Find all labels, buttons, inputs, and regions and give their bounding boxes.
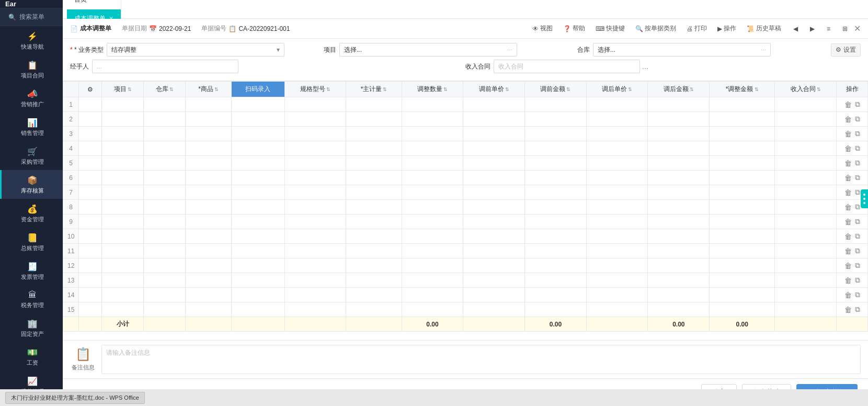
cell-before_price[interactable] [463,215,525,229]
cell-settings[interactable] [79,156,102,171]
copy-btn[interactable]: ⧉ [855,217,860,226]
cell-after_price[interactable] [586,127,648,141]
cell-before_amount[interactable] [525,302,587,317]
cell-settings[interactable] [79,258,102,273]
cell-qty[interactable] [402,229,463,244]
cell-adjust_amount[interactable] [710,127,775,141]
warehouse-select[interactable]: 选择... ··· [593,43,771,57]
sidebar-item-quick-nav[interactable]: ⚡快速导航 [0,26,63,55]
cell-settings[interactable] [79,229,102,244]
cell-after_amount[interactable] [648,273,710,288]
cell-spec[interactable] [284,97,346,112]
delete-btn[interactable]: 🗑 [844,174,852,182]
cell-after_amount[interactable] [648,244,710,258]
sidebar-item-ledger[interactable]: 📒总账管理 [0,228,63,256]
cell-scan[interactable] [231,302,284,317]
table-row[interactable]: 10🗑⧉ [63,229,868,244]
cell-project[interactable] [102,302,144,317]
cell-after_amount[interactable] [648,141,710,156]
cell-project[interactable] [102,273,144,288]
cell-unit[interactable] [346,258,402,273]
notes-input[interactable] [101,345,861,374]
cell-action[interactable]: 🗑⧉ [837,127,868,141]
cell-adjust_amount[interactable] [710,229,775,244]
warehouse-dots[interactable]: ··· [761,46,766,53]
cell-unit[interactable] [346,171,402,185]
table-row[interactable]: 8🗑⧉ [63,200,868,215]
cell-warehouse[interactable] [144,127,186,141]
copy-btn[interactable]: ⧉ [855,276,860,285]
cell-spec[interactable] [284,156,346,171]
cell-action[interactable]: 🗑⧉ [837,229,868,244]
cell-before_amount[interactable] [525,244,587,258]
cell-qty[interactable] [402,112,463,127]
cell-spec[interactable] [284,288,346,302]
cell-before_price[interactable] [463,288,525,302]
delete-btn[interactable]: 🗑 [844,115,852,123]
col-scan[interactable]: 扫码录入 [231,82,284,97]
cell-income_contract[interactable] [775,229,837,244]
cell-unit[interactable] [346,127,402,141]
cell-settings[interactable] [79,215,102,229]
cell-qty[interactable] [402,141,463,156]
cell-before_amount[interactable] [525,258,587,273]
cell-adjust_amount[interactable] [710,112,775,127]
cell-unit[interactable] [346,156,402,171]
cell-spec[interactable] [284,185,346,200]
cell-before_price[interactable] [463,273,525,288]
cell-income_contract[interactable] [775,156,837,171]
tab-home[interactable]: 首页 [67,0,121,9]
table-row[interactable]: 11🗑⧉ [63,244,868,258]
cell-adjust_amount[interactable] [710,200,775,215]
cell-spec[interactable] [284,273,346,288]
sidebar-item-tax[interactable]: 🏛税务管理 [0,285,63,313]
cell-warehouse[interactable] [144,229,186,244]
cell-product[interactable] [186,229,231,244]
cell-warehouse[interactable] [144,156,186,171]
cell-qty[interactable] [402,127,463,141]
cell-spec[interactable] [284,302,346,317]
cell-before_amount[interactable] [525,185,587,200]
cell-after_amount[interactable] [648,127,710,141]
table-row[interactable]: 2🗑⧉ [63,112,868,127]
delete-btn[interactable]: 🗑 [844,218,852,226]
sidebar-item-inventory[interactable]: 📦库存核算 [0,170,63,199]
cell-after_price[interactable] [586,200,648,215]
sidebar-item-invoice[interactable]: 🧾发票管理 [0,256,63,285]
cell-unit[interactable] [346,112,402,127]
cell-product[interactable] [186,97,231,112]
toolbar-history-btn[interactable]: 📜历史草稿 [745,23,783,34]
cell-before_price[interactable] [463,244,525,258]
cell-action[interactable]: 🗑⧉ [837,112,868,127]
cell-after_amount[interactable] [648,97,710,112]
cell-warehouse[interactable] [144,141,186,156]
cell-before_amount[interactable] [525,141,587,156]
cell-before_price[interactable] [463,171,525,185]
toolbar-table-view-btn[interactable]: ≡ [823,24,832,33]
cell-project[interactable] [102,288,144,302]
cell-after_amount[interactable] [648,288,710,302]
cell-qty[interactable] [402,273,463,288]
cell-unit[interactable] [346,273,402,288]
cell-after_price[interactable] [586,215,648,229]
cell-before_amount[interactable] [525,97,587,112]
cell-scan[interactable] [231,156,284,171]
cell-after_price[interactable] [586,141,648,156]
cell-warehouse[interactable] [144,215,186,229]
cell-action[interactable]: 🗑⧉ [837,273,868,288]
cell-after_amount[interactable] [648,112,710,127]
settings-button[interactable]: ⚙ 设置 [831,43,861,57]
cell-qty[interactable] [402,97,463,112]
copy-btn[interactable]: ⧉ [855,305,860,314]
cell-income_contract[interactable] [775,127,837,141]
taskbar-item[interactable]: 木门行业好业财处理方案-墨红红.doc - WPS Office [5,392,145,404]
cell-settings[interactable] [79,273,102,288]
cell-after_amount[interactable] [648,215,710,229]
cell-before_amount[interactable] [525,288,587,302]
business-type-select[interactable]: 结存调整 ▾ [107,43,284,57]
cell-product[interactable] [186,141,231,156]
cell-adjust_amount[interactable] [710,302,775,317]
cell-income_contract[interactable] [775,171,837,185]
cell-action[interactable]: 🗑⧉ [837,288,868,302]
cell-unit[interactable] [346,200,402,215]
